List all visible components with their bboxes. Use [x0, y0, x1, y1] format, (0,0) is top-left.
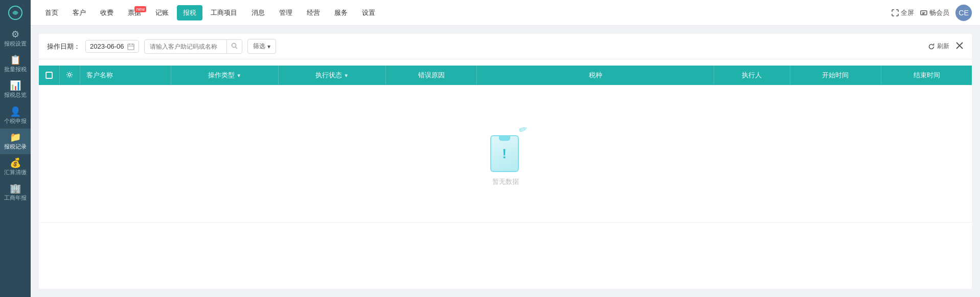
chevron-down-icon: ▾	[267, 43, 270, 50]
svg-point-4	[69, 73, 71, 76]
close-button[interactable]	[955, 41, 964, 52]
main-content: 首页 客户 收费 票据 new 记账 报税 工商项目 消息 管理 经营 服务 设…	[31, 0, 980, 297]
sidebar-item-tax-settings[interactable]: ⚙ 报税设置	[0, 26, 31, 51]
svg-point-3	[232, 43, 236, 47]
sidebar-item-personal-tax[interactable]: 👤 个税申报	[0, 103, 31, 129]
clipboard-clip	[499, 136, 510, 141]
new-badge: new	[134, 6, 146, 13]
settings-icon[interactable]	[66, 71, 73, 78]
sidebar-label-tax-settings: 报税设置	[4, 40, 27, 47]
date-label: 操作日期：	[47, 42, 80, 51]
settlement-icon: 💰	[10, 158, 21, 167]
col-client-name: 客户名称	[80, 66, 171, 85]
nav-settings[interactable]: 设置	[356, 5, 381, 20]
nav-services[interactable]: 服务	[328, 5, 354, 20]
fullscreen-icon	[892, 9, 899, 16]
col-exec-status: 执行状态 ▼	[278, 66, 385, 85]
col-error-reason: 错误原因	[385, 66, 477, 85]
nav-home[interactable]: 首页	[39, 5, 64, 20]
tax-summary-icon: 📊	[10, 81, 21, 90]
nav-bizprojects[interactable]: 工商项目	[204, 5, 243, 20]
search-wrapper	[144, 39, 242, 54]
nav-invoices[interactable]: 票据 new	[122, 5, 147, 20]
sidebar-label-annual-report: 工商年报	[4, 195, 27, 201]
col-executor: 执行人	[714, 66, 790, 85]
sidebar-label-tax-records: 报税记录	[4, 143, 27, 150]
search-button[interactable]	[226, 40, 242, 53]
sidebar-label-settlement: 汇算清缴	[4, 169, 27, 176]
sidebar-item-settlement[interactable]: 💰 汇算清缴	[0, 154, 31, 180]
toolbar: 操作日期： 2023-06-06	[39, 34, 972, 59]
app-logo	[0, 0, 31, 26]
nav-customers[interactable]: 客户	[66, 5, 92, 20]
sidebar-item-batch-tax[interactable]: 📋 批量报税	[0, 51, 31, 77]
col-settings	[59, 66, 80, 85]
sidebar-item-annual-report[interactable]: 🏢 工商年报	[0, 180, 31, 205]
filter-button[interactable]: 筛选 ▾	[247, 39, 276, 54]
table-body: ✏ ! 暂无数据	[39, 85, 972, 223]
sidebar-label-tax-summary: 报税总览	[4, 92, 27, 98]
annual-report-icon: 🏢	[10, 184, 21, 193]
nav-items: 首页 客户 收费 票据 new 记账 报税 工商项目 消息 管理 经营 服务 设…	[39, 5, 892, 20]
batch-tax-icon: 📋	[10, 55, 21, 65]
sidebar-item-tax-summary[interactable]: 📊 报税总览	[0, 77, 31, 102]
tax-records-icon: 📁	[10, 133, 21, 142]
refresh-button[interactable]: 刷新	[928, 42, 949, 51]
sidebar-item-tax-records[interactable]: 📁 报税记录	[0, 129, 31, 154]
page-body: 操作日期： 2023-06-06	[31, 26, 980, 297]
table-header: 客户名称 操作类型 ▼ 执行状态 ▼ 错误原因 税种 执行人 开始时间 结束时间	[39, 66, 972, 85]
nav-tax[interactable]: 报税	[177, 5, 202, 20]
clipboard-body: !	[490, 135, 519, 172]
sidebar-label-batch-tax: 批量报税	[4, 66, 27, 73]
close-icon	[955, 41, 964, 50]
member-btn[interactable]: 畅会员	[920, 8, 949, 17]
col-checkbox	[39, 66, 59, 85]
col-operation-type: 操作类型 ▼	[171, 66, 279, 85]
member-icon	[920, 9, 927, 16]
col-start-time: 开始时间	[790, 66, 881, 85]
tax-settings-icon: ⚙	[11, 30, 19, 39]
select-all-checkbox[interactable]	[45, 72, 53, 79]
data-table: 客户名称 操作类型 ▼ 执行状态 ▼ 错误原因 税种 执行人 开始时间 结束时间	[39, 66, 972, 223]
search-input[interactable]	[145, 40, 226, 53]
date-value: 2023-06-06	[90, 43, 124, 50]
search-icon	[231, 43, 238, 49]
top-nav: 首页 客户 收费 票据 new 记账 报税 工商项目 消息 管理 经营 服务 设…	[31, 0, 980, 26]
sidebar: ⚙ 报税设置 📋 批量报税 📊 报税总览 👤 个税申报 📁 报税记录 💰 汇算清…	[0, 0, 31, 297]
sidebar-label-personal-tax: 个税申报	[4, 118, 27, 124]
fullscreen-btn[interactable]: 全屏	[892, 8, 914, 17]
nav-messages[interactable]: 消息	[245, 5, 271, 20]
personal-tax-icon: 👤	[10, 107, 21, 116]
col-tax-type: 税种	[477, 66, 714, 85]
table-wrapper: 操作日期： 2023-06-06	[39, 34, 972, 289]
svg-rect-2	[128, 44, 134, 50]
nav-billing[interactable]: 收费	[94, 5, 120, 20]
nav-accounting[interactable]: 记账	[149, 5, 175, 20]
empty-state: ✏ ! 暂无数据	[45, 90, 966, 217]
calendar-icon	[127, 43, 134, 50]
empty-cell: ✏ ! 暂无数据	[39, 85, 972, 223]
nav-admin[interactable]: 管理	[273, 5, 299, 20]
col-end-time: 结束时间	[881, 66, 972, 85]
empty-illustration: ✏ !	[483, 121, 529, 172]
refresh-icon	[928, 43, 935, 50]
data-table-container: 客户名称 操作类型 ▼ 执行状态 ▼ 错误原因 税种 执行人 开始时间 结束时间	[39, 66, 972, 289]
nav-operations[interactable]: 经营	[301, 5, 326, 20]
empty-text: 暂无数据	[492, 177, 519, 186]
pencil-icon: ✏	[517, 122, 529, 137]
nav-right: 全屏 畅会员 CE	[892, 5, 972, 21]
user-avatar[interactable]: CE	[955, 5, 972, 21]
exclamation-mark: !	[502, 146, 507, 162]
toolbar-right: 刷新	[928, 41, 964, 52]
date-picker[interactable]: 2023-06-06	[85, 40, 139, 53]
